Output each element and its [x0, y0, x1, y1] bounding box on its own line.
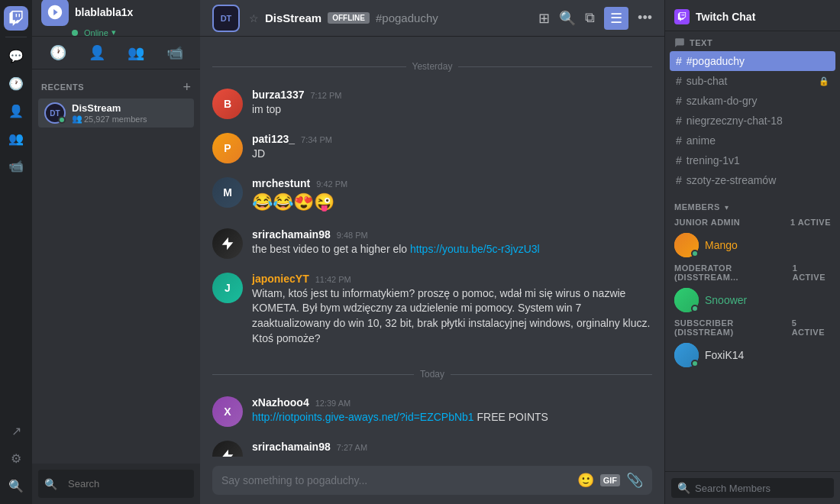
subscriber-header: SUBSCRIBER (DISSTREAM) 5 Active	[665, 315, 840, 340]
hash-icon: #	[676, 55, 682, 67]
arrow-up-right-icon[interactable]: ↗	[4, 418, 28, 443]
sidebar-item-disstream[interactable]: DT DisStream 👥 25,927 members	[38, 99, 194, 128]
person-sidebar-icon[interactable]: 👤	[89, 44, 105, 61]
server-logo-text: DT	[221, 14, 232, 23]
msg-header: pati123_ 7:34 PM	[252, 133, 652, 145]
server-name-header: DisStream	[265, 11, 321, 24]
panel-channel-sub-chat[interactable]: # sub-chat 🔒	[670, 71, 835, 91]
video-sidebar-icon[interactable]: 📹	[166, 44, 183, 61]
members-header[interactable]: MEMBERS ▾	[665, 196, 840, 215]
disstream-online-badge	[58, 116, 66, 124]
subscriber-role-label: SUBSCRIBER (DISSTREAM)	[674, 318, 792, 337]
channel-info: ☆ DisStream OFFLINE #pogaduchy	[249, 11, 529, 24]
message-group: srirachamain98 7:27 AM the best video to…	[212, 438, 652, 457]
panel-channel-anime[interactable]: # anime	[670, 131, 835, 150]
person-icon[interactable]: 👤	[4, 99, 28, 123]
msg-header: srirachamain98 7:27 AM	[252, 441, 652, 453]
msg-username: srirachamain98	[252, 228, 331, 241]
online-dot	[691, 360, 699, 367]
member-snoower[interactable]: Snoower	[665, 285, 840, 315]
lock-icon: 🔒	[819, 76, 829, 86]
group-small-icon: 👥	[72, 114, 82, 124]
foxik14-avatar	[674, 343, 699, 367]
panel-channel-pogaduchy[interactable]: # #pogaduchy	[670, 51, 835, 71]
panel-channel-szoty[interactable]: # szoty-ze-streamów	[670, 170, 835, 190]
msg-link[interactable]: https://youtu.be/5c-r3jvzU3l	[410, 243, 540, 255]
rail-bottom: ↗ ⚙ 🔍	[4, 418, 28, 498]
panel-channel-trening[interactable]: # trening-1v1	[670, 150, 835, 170]
group-icon[interactable]: 👥	[4, 126, 28, 150]
settings-icon[interactable]: ⚙	[4, 446, 28, 470]
hash-icon: #	[676, 75, 682, 87]
msg-timestamp: 12:39 AM	[315, 399, 351, 408]
gif-icon[interactable]: GIF	[600, 474, 620, 486]
search-header-icon[interactable]: 🔍	[559, 10, 576, 27]
messages-container: Yesterday B burza1337 7:12 PM im top P p…	[200, 37, 664, 457]
msg-content: burza1337 7:12 PM im top	[252, 89, 652, 119]
more-icon[interactable]: •••	[638, 10, 652, 26]
msg-username: pati123_	[252, 133, 295, 145]
layers-icon[interactable]: ⧉	[585, 10, 595, 26]
grid-icon[interactable]: ⊞	[538, 10, 550, 27]
attachment-icon[interactable]: 📎	[626, 472, 643, 489]
video-icon[interactable]: 📹	[4, 153, 28, 178]
panel-channel-szukam[interactable]: # szukam-do-gry	[670, 91, 835, 111]
menu-icon[interactable]: ☰	[604, 7, 628, 30]
online-dot	[691, 305, 699, 312]
msg-content: xNazhooo4 12:39 AM http://riotpoints.giv…	[252, 396, 652, 427]
chat-header: DT ☆ DisStream OFFLINE #pogaduchy ⊞ 🔍 ⧉ …	[200, 0, 664, 37]
member-name: FoxiK14	[705, 349, 744, 361]
panel-channel-niegrzeczny[interactable]: # niegrzeczny-chat-18	[670, 111, 835, 131]
msg-header: mrchestunt 9:42 PM	[252, 177, 652, 189]
avatar	[212, 228, 243, 259]
message-group: M mrchestunt 9:42 PM 😂😂😍😜	[212, 174, 652, 218]
disstream-info: DisStream 👥 25,927 members	[72, 102, 147, 124]
twitch-nav-icon[interactable]	[4, 6, 28, 31]
msg-text: http://riotpoints.give-aways.net/?id=EZC…	[252, 410, 652, 425]
rail-divider	[5, 37, 27, 37]
chevron-down-icon: ▾	[725, 203, 729, 212]
msg-timestamp: 7:34 PM	[301, 135, 332, 144]
chat-input[interactable]	[221, 466, 571, 495]
msg-header: srirachamain98 9:48 PM	[252, 228, 652, 241]
avatar: J	[212, 273, 243, 303]
msg-timestamp: 11:42 PM	[315, 275, 351, 284]
member-name: Snoower	[705, 294, 747, 306]
search-icon[interactable]: 🔍	[4, 473, 28, 498]
member-name: Mango	[705, 239, 738, 251]
channel-name: #pogaduchy	[687, 55, 745, 67]
add-channel-button[interactable]: +	[183, 80, 191, 94]
msg-text: the best video to get a higher elo https…	[252, 242, 652, 257]
search-members-input[interactable]	[695, 483, 828, 494]
recents-label: RECENTS	[41, 82, 84, 92]
server-avatar	[41, 0, 69, 26]
msg-header: xNazhooo4 12:39 AM	[252, 396, 652, 409]
channel-list-panel: # #pogaduchy # sub-chat 🔒 # szukam-do-gr…	[665, 51, 840, 190]
group-sidebar-icon[interactable]: 👥	[128, 44, 144, 61]
sidebar-search: 🔍	[32, 464, 200, 504]
msg-text: 😂😂😍😜	[252, 191, 652, 215]
msg-username: xNazhooo4	[252, 396, 309, 409]
member-foxik14[interactable]: FoxiK14	[665, 340, 840, 370]
sidebar-search-input[interactable]	[62, 473, 188, 494]
moderator-header: MODERATOR (DISSTREAM... 1 Active	[665, 260, 840, 285]
left-rail: 💬 🕐 👤 👥 📹 ↗ ⚙ 🔍	[0, 0, 32, 504]
msg-link[interactable]: http://riotpoints.give-aways.net/?id=EZC…	[252, 411, 474, 423]
junior-admin-count: 1 Active	[790, 218, 831, 227]
chat-input-area: 🙂 GIF 📎	[200, 457, 664, 504]
text-section-icon	[674, 37, 685, 48]
server-logo: DT	[212, 5, 240, 32]
server-header[interactable]: blablabla1x Online ▾	[32, 0, 200, 37]
clock-sidebar-icon[interactable]: 🕐	[50, 44, 66, 61]
search-members-icon: 🔍	[677, 482, 690, 494]
friends-icon[interactable]: 💬	[4, 44, 28, 68]
msg-content: srirachamain98 9:48 PM the best video to…	[252, 228, 652, 259]
member-mango[interactable]: Mango	[665, 230, 840, 260]
clock-icon[interactable]: 🕐	[4, 71, 28, 95]
emoji-icon[interactable]: 🙂	[577, 472, 594, 489]
star-icon[interactable]: ☆	[249, 12, 259, 24]
members-label: MEMBERS	[674, 202, 720, 212]
junior-admin-header: JUNIOR ADMIN 1 Active	[665, 215, 840, 230]
disstream-member-count: 👥 25,927 members	[72, 114, 147, 124]
channel-sidebar: blablabla1x Online ▾ 🕐 👤 👥 📹 RECENTS + D…	[32, 0, 200, 504]
